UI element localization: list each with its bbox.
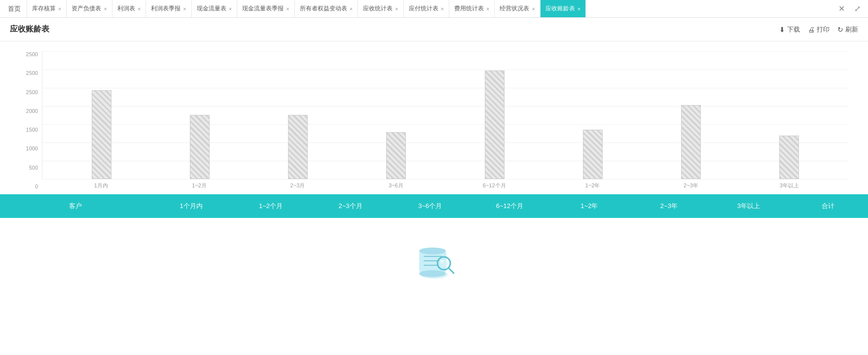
- no-data-icon: [409, 238, 459, 282]
- refresh-label: 刷新: [845, 25, 858, 34]
- tab-ar-stat[interactable]: 应收统计表 ×: [358, 0, 403, 18]
- chart-area: 2500 2500 2500 2000 1500 1000 500 0: [0, 41, 868, 194]
- print-button[interactable]: 🖨 打印: [808, 25, 830, 34]
- tab-label: 利润表: [117, 4, 135, 13]
- tab-equity[interactable]: 所有者权益变动表 ×: [295, 0, 358, 18]
- x-label-3plus: 3年以上: [774, 182, 804, 189]
- page-title: 应收账龄表: [10, 24, 49, 35]
- refresh-button[interactable]: ↻ 刷新: [837, 25, 858, 34]
- tab-bar: 首页 库存核算 × 资产负债表 × 利润表 × 利润表季报 × 现金流量表 × …: [0, 0, 868, 18]
- header-6-12month-label: 6~12个月: [496, 202, 523, 210]
- header-customer-label: 客户: [69, 202, 82, 210]
- tab-close-balance[interactable]: ×: [104, 6, 107, 12]
- tab-close-cashflow-quarter[interactable]: ×: [286, 6, 289, 12]
- tab-close-operation[interactable]: ×: [532, 6, 535, 12]
- bar-group-6: [583, 130, 603, 179]
- table-header: 客户 1个月内 1~2个月 2~3个月 3~6个月 6~12个月 1~2年 2~…: [0, 194, 868, 218]
- bar-group-2: [190, 115, 210, 179]
- print-icon: 🖨: [808, 26, 815, 34]
- tab-cashflow-quarter[interactable]: 现金流量表季报 ×: [237, 0, 294, 18]
- bar-group-1: [92, 90, 111, 179]
- tab-label: 所有者权益变动表: [300, 4, 347, 13]
- tab-label: 经营状况表: [500, 4, 529, 13]
- header-3-6month-label: 3~6个月: [418, 202, 442, 210]
- bar-group-4: [386, 132, 406, 179]
- y-label-2500a: 2500: [26, 51, 38, 57]
- tab-home-label: 首页: [8, 4, 21, 13]
- chart-body: 1月内 1~2月 2~3月 3~6月 6~12个月 1~2年 2~3年 3年以上: [42, 51, 848, 189]
- chart-x-axis: 1月内 1~2月 2~3月 3~6月 6~12个月 1~2年 2~3年 3年以上: [42, 179, 848, 189]
- header-1-2year-label: 1~2年: [580, 202, 598, 210]
- table-header-1-2month: 1~2个月: [231, 202, 310, 211]
- bar-3plus-year: [779, 136, 799, 179]
- header-2-3year-label: 2~3年: [660, 202, 678, 210]
- tab-close-ar-stat[interactable]: ×: [395, 6, 398, 12]
- bar-group-7: [681, 105, 701, 179]
- tab-label: 库存核算: [32, 4, 56, 13]
- fullscreen-button[interactable]: ⤢: [850, 2, 864, 16]
- tab-close-profit[interactable]: ×: [138, 6, 141, 12]
- bar-group-5: [485, 71, 505, 179]
- bar-1-2year: [583, 130, 603, 179]
- bar-1month: [92, 90, 111, 179]
- tab-close-equity[interactable]: ×: [350, 6, 353, 12]
- page-header: 应收账龄表 ⬇ 下载 🖨 打印 ↻ 刷新: [0, 18, 868, 41]
- chart-y-axis: 2500 2500 2500 2000 1500 1000 500 0: [20, 51, 42, 189]
- tab-inventory[interactable]: 库存核算 ×: [27, 0, 67, 18]
- tab-balance[interactable]: 资产负债表 ×: [67, 0, 112, 18]
- tab-profit-quarter[interactable]: 利润表季报 ×: [146, 0, 191, 18]
- close-window-button[interactable]: ✕: [834, 2, 848, 16]
- tab-label: 现金流量表季报: [242, 4, 284, 13]
- y-label-1500: 1500: [26, 127, 38, 133]
- y-label-500: 500: [29, 165, 38, 171]
- x-label-3-6month: 3~6月: [381, 182, 411, 189]
- tab-close-expense[interactable]: ×: [486, 6, 489, 12]
- tab-ap-stat[interactable]: 应付统计表 ×: [404, 0, 449, 18]
- tab-close-cashflow[interactable]: ×: [229, 6, 232, 12]
- table-header-3-6month: 3~6个月: [390, 202, 470, 211]
- grid-line-bottom: [42, 179, 848, 179]
- tab-label: 应付统计表: [409, 4, 438, 13]
- bar-6-12month: [485, 71, 505, 179]
- tab-cashflow[interactable]: 现金流量表 ×: [192, 0, 237, 18]
- tab-close-profit-quarter[interactable]: ×: [183, 6, 186, 12]
- x-label-1-2month: 1~2月: [184, 182, 214, 189]
- table-header-6-12month: 6~12个月: [470, 202, 549, 211]
- tab-ar-aging[interactable]: 应收账龄表 ×: [541, 0, 586, 18]
- svg-point-10: [440, 260, 443, 263]
- tab-operation[interactable]: 经营状况表 ×: [495, 0, 540, 18]
- tab-label: 应收统计表: [363, 4, 393, 13]
- y-label-2500b: 2500: [26, 70, 38, 76]
- bar-group-8: [779, 136, 799, 179]
- tab-label: 利润表季报: [151, 4, 181, 13]
- tab-expense[interactable]: 费用统计表 ×: [449, 0, 495, 18]
- table-header-customer: 客户: [0, 202, 151, 211]
- tab-home[interactable]: 首页: [2, 0, 27, 18]
- download-button[interactable]: ⬇ 下载: [779, 25, 800, 34]
- svg-point-3: [419, 248, 446, 254]
- download-label: 下载: [787, 25, 800, 34]
- tab-close-inventory[interactable]: ×: [58, 6, 61, 12]
- y-label-0: 0: [35, 183, 38, 189]
- main-content: 2500 2500 2500 2000 1500 1000 500 0: [0, 41, 868, 355]
- header-2-3month-label: 2~3个月: [339, 202, 362, 210]
- y-label-2000: 2000: [26, 108, 38, 114]
- bar-group-3: [288, 115, 308, 179]
- tab-close-ap-stat[interactable]: ×: [441, 6, 444, 12]
- chart-container: 2500 2500 2500 2000 1500 1000 500 0: [20, 51, 848, 189]
- tab-close-ar-aging[interactable]: ×: [578, 6, 580, 12]
- bar-2-3month: [288, 115, 308, 179]
- table-header-1month: 1个月内: [151, 202, 231, 211]
- bar-2-3year: [681, 105, 701, 179]
- tab-profit[interactable]: 利润表 ×: [112, 0, 146, 18]
- tab-label: 费用统计表: [454, 4, 484, 13]
- bar-1-2month: [190, 115, 210, 179]
- refresh-icon: ↻: [837, 26, 843, 34]
- svg-line-9: [449, 268, 454, 273]
- svg-point-2: [419, 270, 446, 277]
- table-header-2-3month: 2~3个月: [311, 202, 390, 211]
- bar-3-6month: [386, 132, 406, 179]
- empty-state: [0, 218, 868, 302]
- table-header-1-2year: 1~2年: [549, 202, 629, 211]
- tab-label: 现金流量表: [197, 4, 226, 13]
